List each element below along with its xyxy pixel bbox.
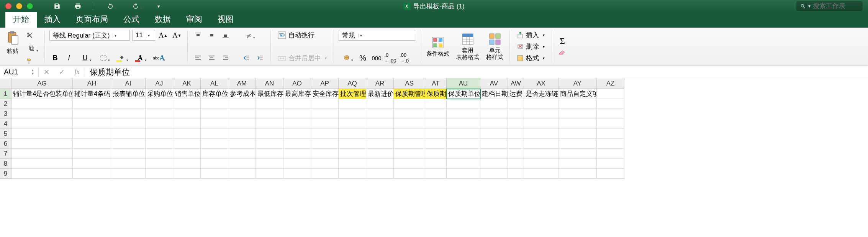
cell-AG3[interactable] bbox=[11, 109, 73, 119]
select-all-corner[interactable] bbox=[0, 78, 11, 89]
cell-AJ1[interactable]: 采购单位 bbox=[146, 89, 173, 99]
cell-AY5[interactable] bbox=[558, 129, 597, 139]
cell-AO7[interactable] bbox=[283, 149, 311, 159]
cell-AZ3[interactable] bbox=[597, 109, 624, 119]
cell-AI9[interactable] bbox=[111, 169, 146, 179]
cell-AT7[interactable] bbox=[425, 149, 447, 159]
search-input[interactable] bbox=[813, 2, 859, 10]
cell-AN1[interactable]: 最低库存 bbox=[256, 89, 283, 99]
cell-AN2[interactable] bbox=[256, 99, 283, 109]
qat-customize-icon[interactable]: ▾ bbox=[153, 1, 164, 12]
row-header-2[interactable]: 2 bbox=[0, 99, 11, 109]
cell-AL8[interactable] bbox=[201, 159, 228, 169]
cell-AG8[interactable] bbox=[11, 159, 73, 169]
col-header-AW[interactable]: AW bbox=[508, 78, 524, 89]
tab-view[interactable]: 视图 bbox=[210, 11, 241, 28]
cut-button[interactable] bbox=[24, 30, 35, 41]
shrink-font-button[interactable]: A▼ bbox=[171, 30, 183, 41]
cell-AT3[interactable] bbox=[425, 109, 447, 119]
cell-AH7[interactable] bbox=[73, 149, 111, 159]
cell-AX7[interactable] bbox=[524, 149, 558, 159]
cell-AI6[interactable] bbox=[111, 139, 146, 149]
cell-AP5[interactable] bbox=[311, 129, 339, 139]
col-header-AN[interactable]: AN bbox=[256, 78, 283, 89]
row-header-6[interactable]: 6 bbox=[0, 139, 11, 149]
tab-home[interactable]: 开始 bbox=[5, 11, 37, 28]
row-header-7[interactable]: 7 bbox=[0, 149, 11, 159]
cell-AH6[interactable] bbox=[73, 139, 111, 149]
row-header-4[interactable]: 4 bbox=[0, 119, 11, 129]
cell-AG4[interactable] bbox=[11, 119, 73, 129]
search-sheets-box[interactable]: ▾ bbox=[796, 1, 863, 11]
row-header-5[interactable]: 5 bbox=[0, 129, 11, 139]
cell-AM8[interactable] bbox=[228, 159, 256, 169]
cell-AO1[interactable]: 最高库存 bbox=[283, 89, 311, 99]
cell-AQ3[interactable] bbox=[339, 109, 366, 119]
cell-AN9[interactable] bbox=[256, 169, 283, 179]
minimize-window-button[interactable] bbox=[16, 3, 22, 9]
cell-AI3[interactable] bbox=[111, 109, 146, 119]
cell-AK8[interactable] bbox=[173, 159, 201, 169]
cell-AG1[interactable]: 辅计量4是否包装单位 bbox=[11, 89, 73, 99]
cell-AY6[interactable] bbox=[558, 139, 597, 149]
cell-AT2[interactable] bbox=[425, 99, 447, 109]
cell-AP1[interactable]: 安全库存 bbox=[311, 89, 339, 99]
delete-cells-button[interactable]: 删除▾ bbox=[514, 41, 547, 52]
decrease-decimal-button[interactable]: .00→.0 bbox=[398, 53, 410, 63]
col-header-AY[interactable]: AY bbox=[558, 78, 597, 89]
undo-button[interactable] bbox=[102, 1, 118, 12]
cell-AH5[interactable] bbox=[73, 129, 111, 139]
cell-AJ5[interactable] bbox=[146, 129, 173, 139]
cell-AN8[interactable] bbox=[256, 159, 283, 169]
cell-AX6[interactable] bbox=[524, 139, 558, 149]
cell-AX8[interactable] bbox=[524, 159, 558, 169]
col-header-AT[interactable]: AT bbox=[425, 78, 447, 89]
save-icon[interactable] bbox=[51, 1, 63, 12]
cell-AL3[interactable] bbox=[201, 109, 228, 119]
cell-AY3[interactable] bbox=[558, 109, 597, 119]
format-painter-button[interactable] bbox=[24, 56, 35, 67]
cell-AZ7[interactable] bbox=[597, 149, 624, 159]
cell-AU1[interactable]: 保质期单位 bbox=[447, 89, 480, 99]
format-as-table-button[interactable]: 套用 表格格式 bbox=[455, 32, 481, 61]
cell-AQ6[interactable] bbox=[339, 139, 366, 149]
cell-AU3[interactable] bbox=[447, 109, 480, 119]
cell-AY4[interactable] bbox=[558, 119, 597, 129]
cell-AH9[interactable] bbox=[73, 169, 111, 179]
cell-AX5[interactable] bbox=[524, 129, 558, 139]
increase-decimal-button[interactable]: .0←.00 bbox=[385, 53, 396, 63]
col-header-AQ[interactable]: AQ bbox=[339, 78, 366, 89]
cell-AP6[interactable] bbox=[311, 139, 339, 149]
cell-AQ1[interactable]: 批次管理 bbox=[339, 89, 366, 99]
cell-AS1[interactable]: 保质期管理 bbox=[394, 89, 425, 99]
cell-AH8[interactable] bbox=[73, 159, 111, 169]
cell-AL4[interactable] bbox=[201, 119, 228, 129]
cell-AG2[interactable] bbox=[11, 99, 73, 109]
number-format-combo[interactable]: 常规▾ bbox=[339, 30, 415, 41]
cell-AW2[interactable] bbox=[508, 99, 524, 109]
cell-AQ8[interactable] bbox=[339, 159, 366, 169]
orientation-button[interactable]: ab bbox=[241, 30, 257, 41]
cell-AW1[interactable]: 运费 bbox=[508, 89, 524, 99]
clear-button[interactable] bbox=[557, 47, 568, 58]
cell-AJ7[interactable] bbox=[146, 149, 173, 159]
cell-AI8[interactable] bbox=[111, 159, 146, 169]
cell-AY9[interactable] bbox=[558, 169, 597, 179]
row-header-8[interactable]: 8 bbox=[0, 159, 11, 169]
cell-AG5[interactable] bbox=[11, 129, 73, 139]
comma-button[interactable]: 000 bbox=[371, 53, 382, 63]
cell-AW6[interactable] bbox=[508, 139, 524, 149]
cell-AH1[interactable]: 辅计量4条码 bbox=[73, 89, 111, 99]
row-header-1[interactable]: 1 bbox=[0, 89, 11, 99]
align-right-button[interactable] bbox=[220, 53, 231, 63]
cell-AJ8[interactable] bbox=[146, 159, 173, 169]
align-middle-button[interactable] bbox=[206, 30, 218, 41]
cell-AL7[interactable] bbox=[201, 149, 228, 159]
cell-AO2[interactable] bbox=[283, 99, 311, 109]
cell-AW3[interactable] bbox=[508, 109, 524, 119]
cell-AU8[interactable] bbox=[447, 159, 480, 169]
bold-button[interactable]: B bbox=[49, 53, 61, 63]
cell-AP3[interactable] bbox=[311, 109, 339, 119]
cell-AH4[interactable] bbox=[73, 119, 111, 129]
cell-AG6[interactable] bbox=[11, 139, 73, 149]
